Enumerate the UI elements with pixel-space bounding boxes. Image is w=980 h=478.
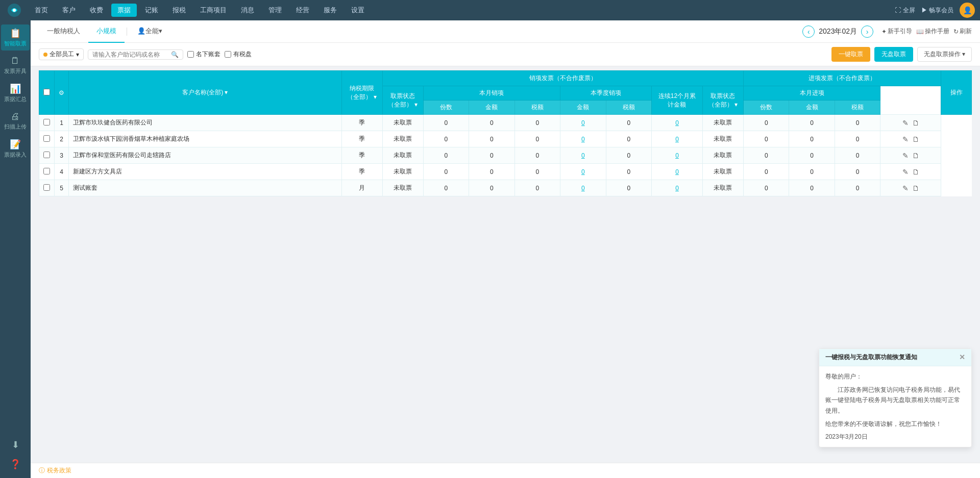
- edit-action-icon[interactable]: ✎: [902, 152, 909, 160]
- row-purchase-month-amount: 0: [789, 180, 835, 196]
- th-operation: 操作: [941, 71, 972, 115]
- row-cumulative[interactable]: 0: [651, 131, 702, 147]
- row-sales-quarter-amount[interactable]: 0: [560, 147, 606, 164]
- sidebar-item-invoice-open[interactable]: 🗒 发票开具: [1, 53, 30, 78]
- row-sales-month-amount: 0: [469, 147, 514, 164]
- nav-invoice[interactable]: 票据: [111, 4, 137, 17]
- row-sales-quarter-amount[interactable]: 0: [560, 115, 606, 131]
- select-all-checkbox[interactable]: [43, 89, 50, 95]
- tab-all[interactable]: 👤 全能 ▾: [129, 20, 170, 43]
- sidebar-help[interactable]: ❓: [1, 456, 30, 473]
- notification-body: 尊敬的用户： 江苏政务网已恢复访问电子税务局功能，易代账一键登陆电子税务局与无盘…: [819, 366, 971, 447]
- manual-btn[interactable]: 📖 操作手册: [916, 27, 949, 36]
- employee-select-arrow: ▾: [76, 51, 79, 58]
- new-guide-btn[interactable]: ✦ 新手引导: [881, 27, 912, 36]
- row-cumulative[interactable]: 0: [651, 147, 702, 164]
- view-action-icon[interactable]: 🗋: [912, 184, 919, 192]
- row-sales-quarter-amount[interactable]: 0: [560, 180, 606, 196]
- subordinate-accounts-checkbox[interactable]: 名下账套: [187, 50, 220, 59]
- tab-general-taxpayer[interactable]: 一般纳税人: [39, 20, 88, 43]
- no-disk-ticket-btn[interactable]: 无盘取票: [874, 47, 913, 62]
- no-disk-ticket-ops-btn[interactable]: 无盘取票操作 ▾: [917, 47, 972, 62]
- th-sales-quarter-tax: 税额: [606, 100, 651, 115]
- help-icon: ❓: [10, 459, 21, 470]
- th-sales-group: 销项发票（不合作废票）: [382, 71, 743, 86]
- refresh-btn[interactable]: ↻ 刷新: [953, 27, 972, 36]
- user-avatar[interactable]: 👤: [960, 3, 975, 18]
- period-prev-btn[interactable]: ‹: [802, 26, 815, 38]
- th-purchase-month-tax: 税额: [835, 100, 880, 115]
- scan-upload-icon: 🖨: [11, 111, 20, 122]
- row-cumulative[interactable]: 0: [651, 180, 702, 196]
- row-purchase-month-tax: 0: [835, 164, 880, 180]
- view-action-icon[interactable]: 🗋: [912, 152, 919, 160]
- sidebar-item-invoice-input[interactable]: 📝 票据录入: [1, 136, 30, 162]
- row-sales-month-tax: 0: [514, 115, 560, 131]
- sidebar-item-invoice-summary[interactable]: 📊 票据汇总: [1, 80, 30, 106]
- row-checkbox[interactable]: [39, 115, 55, 131]
- sidebar-item-scan-upload[interactable]: 🖨 扫描上传: [1, 108, 30, 134]
- vip-btn[interactable]: ▶ 畅享会员: [921, 6, 953, 15]
- th-month-sales: 本月销项: [423, 86, 560, 100]
- row-tax-period: 季: [341, 115, 382, 131]
- nav-business[interactable]: 工商项目: [194, 4, 233, 17]
- row-sales-quarter-amount[interactable]: 0: [560, 164, 606, 180]
- notification-close-btn[interactable]: ✕: [959, 353, 965, 361]
- subordinate-checkbox-input[interactable]: [187, 51, 194, 58]
- nav-bookkeeping[interactable]: 记账: [139, 4, 164, 17]
- edit-action-icon[interactable]: ✎: [902, 184, 909, 192]
- row-checkbox[interactable]: [39, 147, 55, 164]
- view-action-icon[interactable]: 🗋: [912, 119, 919, 127]
- row-cumulative[interactable]: 0: [651, 164, 702, 180]
- th-purchase-month-count: 份数: [743, 100, 789, 115]
- edit-action-icon[interactable]: ✎: [902, 168, 909, 176]
- row-cumulative[interactable]: 0: [651, 115, 702, 131]
- tab-small-scale[interactable]: 小规模: [88, 20, 125, 43]
- th-sales-quarter-amount: 金额: [560, 100, 606, 115]
- invoice-input-icon: 📝: [10, 139, 21, 150]
- notification-popup: 一键报税与无盘取票功能恢复通知 ✕ 尊敬的用户： 江苏政务网已恢复访问电子税务局…: [819, 348, 972, 447]
- guide-icon: ✦: [881, 28, 887, 35]
- nav-service[interactable]: 服务: [317, 4, 343, 17]
- nav-operation[interactable]: 经营: [290, 4, 315, 17]
- row-checkbox[interactable]: [39, 131, 55, 147]
- row-sales-month-amount: 0: [469, 180, 514, 196]
- edit-action-icon[interactable]: ✎: [902, 119, 909, 127]
- nav-home[interactable]: 首页: [29, 4, 54, 17]
- period-next-btn[interactable]: ›: [861, 26, 873, 38]
- notification-content: 江苏政务网已恢复访问电子税务局功能，易代账一键登陆电子税务局与无盘取票相关功能可…: [825, 385, 965, 416]
- edit-action-icon[interactable]: ✎: [902, 135, 909, 143]
- period-display: 2023年02月: [819, 27, 857, 36]
- row-actions: ✎ 🗋: [880, 147, 941, 164]
- th-quarter-sales: 本季度销项: [560, 86, 652, 100]
- employee-select[interactable]: 全部员工 ▾: [39, 48, 84, 60]
- nav-settings[interactable]: 设置: [345, 4, 371, 17]
- row-sales-month-count: 0: [423, 115, 469, 131]
- sidebar-item-smart-ticket[interactable]: 📋 智能取票: [1, 24, 30, 51]
- search-icon[interactable]: 🔍: [171, 51, 179, 58]
- view-action-icon[interactable]: 🗋: [912, 168, 919, 176]
- row-purchase-month-amount: 0: [789, 115, 835, 131]
- row-sales-status: 未取票: [382, 147, 423, 164]
- view-action-icon[interactable]: 🗋: [912, 135, 919, 143]
- nav-fee[interactable]: 收费: [84, 4, 109, 17]
- nav-manage[interactable]: 管理: [262, 4, 288, 17]
- fullscreen-btn[interactable]: ⛶ 全屏: [895, 6, 915, 15]
- svg-point-1: [13, 9, 16, 12]
- nav-client[interactable]: 客户: [56, 4, 82, 17]
- row-sales-quarter-amount[interactable]: 0: [560, 131, 606, 147]
- nav-message[interactable]: 消息: [235, 4, 260, 17]
- one-click-ticket-btn[interactable]: 一键取票: [831, 47, 870, 62]
- row-checkbox[interactable]: [39, 180, 55, 196]
- nav-tax[interactable]: 报税: [166, 4, 192, 17]
- row-sales-month-count: 0: [423, 164, 469, 180]
- search-input[interactable]: [92, 51, 169, 58]
- sidebar-download[interactable]: ⬇: [1, 436, 30, 454]
- row-checkbox[interactable]: [39, 164, 55, 180]
- row-purchase-month-tax: 0: [835, 180, 880, 196]
- period-navigation: ‹ 2023年02月 ›: [802, 26, 873, 38]
- app-logo[interactable]: [5, 1, 23, 19]
- tax-disk-checkbox-input[interactable]: [225, 51, 231, 58]
- tax-disk-checkbox[interactable]: 有税盘: [225, 50, 252, 59]
- tax-policy-link[interactable]: 税务政策: [47, 466, 71, 475]
